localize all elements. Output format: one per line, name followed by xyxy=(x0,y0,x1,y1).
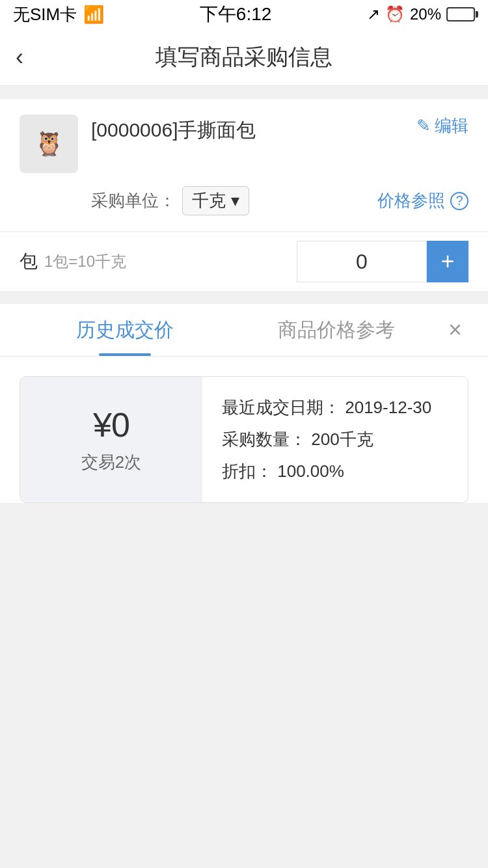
location-icon: ↗ xyxy=(367,5,380,23)
tab-product-price-ref[interactable]: 商品价格参考 xyxy=(230,304,441,356)
quantity-input[interactable]: 0 xyxy=(297,241,427,282)
bottom-area xyxy=(0,522,488,868)
recent-date-label: 最近成交日期： xyxy=(222,398,340,417)
product-name: [0000006]手撕面包 xyxy=(91,115,256,144)
quantity-label: 包 1包=10千克 xyxy=(20,249,126,274)
unit-select[interactable]: 千克 ▾ xyxy=(182,186,249,215)
unit-hint: 1包=10千克 xyxy=(44,251,126,272)
tabs-section: 历史成交价 商品价格参考 × ¥0 交易2次 最近成交日期： 2019-12-3… xyxy=(0,304,488,503)
quantity-plus-button[interactable]: + xyxy=(427,241,468,282)
price-reference-button[interactable]: 价格参照 ? xyxy=(377,189,468,212)
product-header: 🦉 [0000006]手撕面包 ✎ 编辑 xyxy=(20,115,468,173)
transaction-price: ¥0 xyxy=(93,405,129,444)
battery-percent: 20% xyxy=(410,5,441,23)
edit-icon: ✎ xyxy=(416,116,431,136)
purchase-qty-row: 采购数量： 200千克 xyxy=(222,428,448,451)
recent-date-row: 最近成交日期： 2019-12-30 xyxy=(222,396,448,419)
tab-close-button[interactable]: × xyxy=(442,316,468,344)
dropdown-arrow-icon: ▾ xyxy=(231,191,239,211)
transaction-details: 最近成交日期： 2019-12-30 采购数量： 200千克 折扣： 100.0… xyxy=(202,377,468,502)
discount-label: 折扣： xyxy=(222,461,273,481)
product-unit-row: 采购单位： 千克 ▾ 价格参照 ? xyxy=(91,186,468,215)
product-card: 🦉 [0000006]手撕面包 ✎ 编辑 采购单位： 千克 ▾ 价格参照 ? xyxy=(0,99,488,231)
purchase-qty-value: 200千克 xyxy=(311,429,373,449)
unit-label: 采购单位： xyxy=(91,189,176,212)
recent-date-value: 2019-12-30 xyxy=(345,398,431,417)
page-title: 填写商品采购信息 xyxy=(156,42,332,72)
purchase-qty-label: 采购数量： xyxy=(222,429,306,449)
product-thumbnail: 🦉 xyxy=(20,115,78,173)
alarm-icon: ⏰ xyxy=(385,5,405,23)
transaction-count: 交易2次 xyxy=(81,451,141,474)
tabs-header: 历史成交价 商品价格参考 × xyxy=(0,304,488,357)
nav-bar: ‹ 填写商品采购信息 xyxy=(0,29,488,86)
quantity-row: 包 1包=10千克 0 + xyxy=(0,232,488,291)
status-bar: 无SIM卡 📶 下午6:12 ↗ ⏰ 20% xyxy=(0,0,488,29)
discount-value: 100.00% xyxy=(277,461,344,481)
transaction-card: ¥0 交易2次 最近成交日期： 2019-12-30 采购数量： 200千克 折… xyxy=(20,376,468,503)
product-left: 🦉 [0000006]手撕面包 xyxy=(20,115,256,173)
status-time: 下午6:12 xyxy=(200,2,272,27)
product-image-placeholder: 🦉 xyxy=(34,130,64,157)
status-right: ↗ ⏰ 20% xyxy=(367,5,475,23)
tab-history-price[interactable]: 历史成交价 xyxy=(20,304,230,356)
status-left: 无SIM卡 📶 xyxy=(13,3,104,26)
discount-row: 折扣： 100.00% xyxy=(222,460,448,483)
carrier-text: 无SIM卡 xyxy=(13,3,77,26)
battery-icon xyxy=(446,7,475,21)
help-icon: ? xyxy=(450,192,468,210)
transaction-price-section: ¥0 交易2次 xyxy=(20,377,202,502)
back-button[interactable]: ‹ xyxy=(16,44,23,71)
edit-button[interactable]: ✎ 编辑 xyxy=(416,115,468,137)
wifi-icon: 📶 xyxy=(83,5,104,25)
quantity-controls: 0 + xyxy=(297,241,468,282)
